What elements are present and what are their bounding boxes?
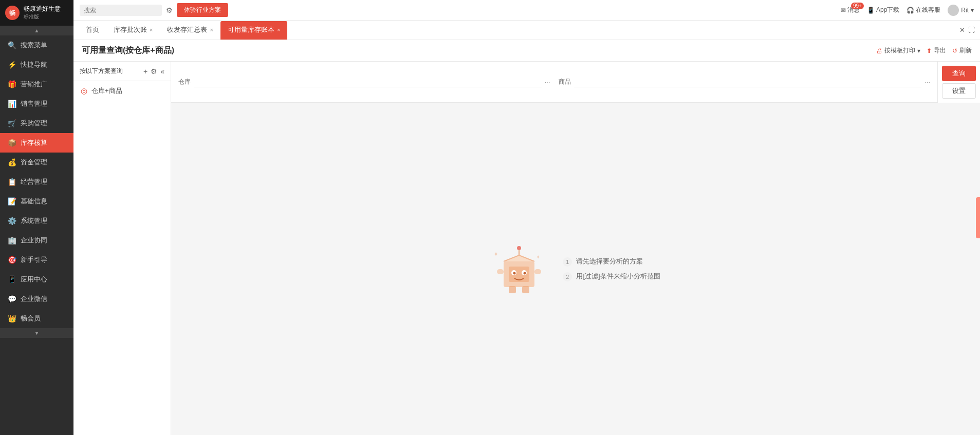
tab-available[interactable]: 可用量库存账本 × [220, 21, 287, 40]
sidebar-item-label-shortcut: 快捷导航 [21, 60, 47, 69]
sidebar-item-wechat[interactable]: 💬 企业微信 [0, 289, 73, 309]
sidebar-item-label-operation: 经营管理 [21, 177, 47, 186]
export-label: 导出 [934, 46, 946, 55]
empty-state: ✦ ✦ 1 请先选择要分析的方案 2 用[过滤]条件来缩小分析范围 [171, 103, 980, 435]
print-template-button[interactable]: 🖨 按模板打印 ▾ [876, 46, 920, 55]
app-icon: 📱 [7, 275, 16, 283]
refresh-label: 刷新 [959, 46, 972, 55]
guide-icon: 🎯 [7, 256, 16, 264]
tab-batch-close[interactable]: × [150, 27, 153, 33]
service-icon: 🎧 [907, 7, 914, 14]
vip-icon: 👑 [7, 314, 16, 323]
left-scheme-panel: 按以下方案查询 + ⚙ « ◎ 仓库+商品 [73, 62, 171, 435]
sidebar-scroll-up[interactable]: ▲ [0, 26, 73, 35]
add-scheme-button[interactable]: + [143, 67, 147, 75]
warehouse-input[interactable] [194, 77, 542, 87]
sidebar-item-guide[interactable]: 🎯 新手引导 [0, 250, 73, 270]
sidebar-item-label-marketing: 营销推广 [21, 80, 47, 89]
tab-home[interactable]: 首页 [79, 21, 106, 40]
purchase-icon: 🛒 [7, 119, 16, 127]
warehouse-label: 仓库 [178, 78, 191, 86]
sidebar-item-vip[interactable]: 👑 畅会员 [0, 309, 73, 328]
sidebar-item-system[interactable]: ⚙️ 系统管理 [0, 211, 73, 231]
sidebar-item-operation[interactable]: 📋 经营管理 [0, 172, 73, 192]
online-service-button[interactable]: 🎧 在线客服 [907, 6, 940, 14]
svg-point-7 [517, 246, 521, 250]
search-icon: 🔍 [7, 41, 16, 49]
sidebar-item-purchase[interactable]: 🛒 采购管理 [0, 114, 73, 133]
tab-summary[interactable]: 收发存汇总表 × [160, 21, 220, 40]
sidebar-item-shortcut[interactable]: ⚡ 快捷导航 [0, 55, 73, 74]
svg-rect-8 [497, 269, 504, 274]
sidebar-item-inventory[interactable]: 📦 库存核算 [0, 133, 73, 153]
expand-tab-icon[interactable]: ⛶ [968, 26, 975, 34]
enterprise-icon: 🏢 [7, 236, 16, 244]
app-download-button[interactable]: 📱 App下载 [867, 6, 899, 14]
svg-text:✦: ✦ [536, 254, 540, 260]
tip-text-1: 请先选择要分析的方案 [576, 257, 643, 266]
scheme-settings-icon[interactable]: ⚙ [151, 67, 157, 75]
svg-point-4 [513, 272, 516, 275]
goods-filter: 商品 ··· [559, 77, 931, 87]
close-tab-icon[interactable]: ✕ [959, 26, 965, 34]
sidebar-item-search[interactable]: 🔍 搜索菜单 [0, 35, 73, 55]
sidebar-brand: 畅康通好生意 标准版 [24, 5, 61, 21]
app-download-label: App下载 [876, 6, 899, 14]
sidebar: 畅 畅康通好生意 标准版 ▲ 🔍 搜索菜单 ⚡ 快捷导航 🎁 营销推广 📊 销售… [0, 0, 73, 435]
operation-icon: 📋 [7, 178, 16, 186]
sidebar-item-label-basic: 基础信息 [21, 197, 47, 206]
page-actions: 🖨 按模板打印 ▾ ⬆ 导出 ↺ 刷新 [876, 46, 972, 55]
left-panel-title: 按以下方案查询 [80, 67, 123, 75]
sidebar-item-label-wechat: 企业微信 [21, 294, 47, 304]
sidebar-item-capital[interactable]: 💰 资金管理 [0, 153, 73, 172]
goods-input[interactable] [574, 77, 922, 87]
message-button[interactable]: ✉ 消息 99+ [841, 6, 860, 14]
sidebar-item-label-guide: 新手引导 [21, 255, 47, 264]
scheme-list: ◎ 仓库+商品 [73, 81, 171, 101]
sidebar-item-label-app: 应用中心 [21, 275, 47, 284]
sidebar-item-label-system: 系统管理 [21, 216, 47, 225]
tab-available-label: 可用量库存账本 [228, 25, 274, 34]
export-button[interactable]: ⬆ 导出 [927, 46, 946, 55]
content-area: 按以下方案查询 + ⚙ « ◎ 仓库+商品 仓库 ··· [73, 62, 980, 435]
scroll-indicator [976, 197, 980, 238]
tip-text-2: 用[过滤]条件来缩小分析范围 [576, 272, 660, 281]
print-icon: 🖨 [876, 47, 882, 54]
sidebar-item-label-purchase: 采购管理 [21, 119, 47, 128]
tab-summary-label: 收发存汇总表 [167, 25, 207, 34]
refresh-button[interactable]: ↺ 刷新 [952, 46, 972, 55]
settings-button[interactable]: 设置 [942, 83, 976, 99]
sidebar-item-app[interactable]: 📱 应用中心 [0, 270, 73, 289]
export-icon: ⬆ [927, 47, 932, 54]
warehouse-filter: 仓库 ··· [178, 77, 550, 87]
scheme-item-warehouse_goods[interactable]: ◎ 仓库+商品 [73, 81, 171, 101]
sidebar-scroll-down[interactable]: ▼ [0, 328, 73, 338]
warehouse-more-icon[interactable]: ··· [545, 78, 550, 86]
sales-icon: 📊 [7, 100, 16, 108]
sidebar-item-label-enterprise: 企业协同 [21, 236, 47, 245]
sidebar-logo: 畅 [5, 6, 20, 20]
tab-batch[interactable]: 库存批次账 × [106, 21, 160, 40]
page-header: 可用量查询(按仓库+商品) 🖨 按模板打印 ▾ ⬆ 导出 ↺ 刷新 [73, 40, 980, 62]
sidebar-item-sales[interactable]: 📊 销售管理 [0, 94, 73, 114]
trial-industry-button[interactable]: 体验行业方案 [177, 3, 228, 17]
query-button[interactable]: 查询 [942, 66, 976, 81]
sidebar-item-basic[interactable]: 📝 基础信息 [0, 192, 73, 211]
gear-icon[interactable]: ⚙ [166, 6, 173, 14]
marketing-icon: 🎁 [7, 80, 16, 88]
collapse-panel-icon[interactable]: « [160, 67, 164, 75]
scheme-icon-warehouse_goods: ◎ [81, 86, 87, 96]
tab-available-close[interactable]: × [277, 27, 280, 33]
sidebar-item-marketing[interactable]: 🎁 营销推广 [0, 74, 73, 94]
shortcut-icon: ⚡ [7, 61, 16, 69]
empty-illustration: ✦ ✦ [491, 241, 547, 297]
svg-text:✦: ✦ [493, 251, 498, 258]
topbar-search-input[interactable] [80, 5, 162, 16]
sidebar-item-enterprise[interactable]: 🏢 企业协同 [0, 231, 73, 250]
tab-summary-close[interactable]: × [210, 27, 213, 33]
user-menu[interactable]: Rit ▾ [948, 5, 974, 16]
empty-tip-1: 1 请先选择要分析的方案 [563, 257, 660, 267]
goods-more-icon[interactable]: ··· [924, 78, 930, 86]
svg-point-5 [524, 272, 526, 275]
action-buttons: 查询 设置 [937, 62, 980, 103]
